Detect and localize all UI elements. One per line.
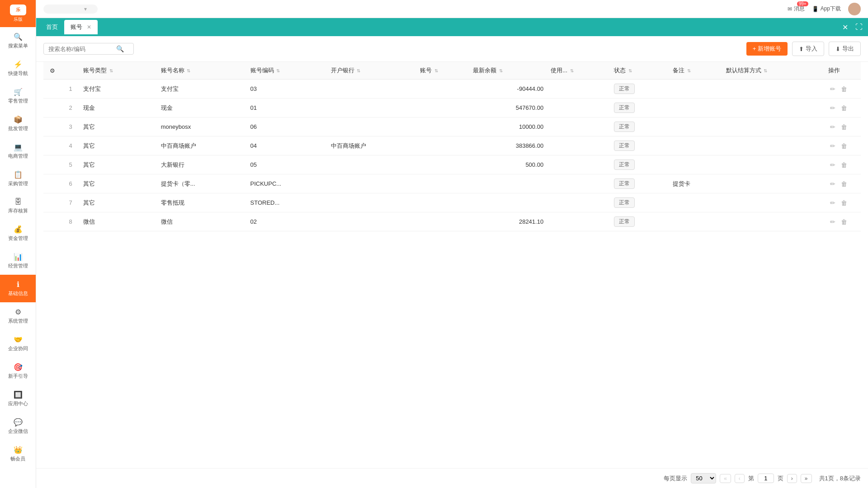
sidebar-item-purchase[interactable]: 📋 采购管理 <box>0 165 36 192</box>
sidebar-item-wechat[interactable]: 💬 企业微信 <box>0 413 36 440</box>
search-input[interactable] <box>48 46 116 52</box>
import-button[interactable]: ⬆ 导入 <box>792 42 824 56</box>
prev-page-button[interactable]: ‹ <box>735 474 745 483</box>
sidebar-item-retail[interactable]: 🛒 零售管理 <box>0 82 36 110</box>
row-remark <box>669 155 722 174</box>
row-bank <box>327 99 417 117</box>
sidebar-item-app-center[interactable]: 🔲 应用中心 <box>0 385 36 413</box>
col-settings[interactable]: ⚙ <box>43 62 61 80</box>
sidebar-item-basic-info[interactable]: ℹ 基础信息 <box>0 275 36 302</box>
row-actions: ✏ 🗑 <box>825 117 861 136</box>
tab-close-all-button[interactable]: ✕ <box>840 21 850 33</box>
page-input[interactable] <box>758 474 774 483</box>
col-type[interactable]: 账号类型 ⇅ <box>80 62 157 80</box>
col-code[interactable]: 账号编码 ⇅ <box>247 62 327 80</box>
col-usage[interactable]: 使用... ⇅ <box>547 62 610 80</box>
top-search[interactable]: ▾ <box>43 5 98 14</box>
delete-button[interactable]: 🗑 <box>839 179 849 188</box>
user-avatar[interactable] <box>848 3 861 15</box>
row-type: 其它 <box>80 193 157 212</box>
sidebar-item-search-menu[interactable]: 🔍 搜索菜单 <box>0 27 36 55</box>
row-account <box>416 117 469 136</box>
basic-info-icon: ℹ <box>17 280 19 289</box>
sidebar-item-label: 电商管理 <box>8 153 28 160</box>
sidebar: 乐 乐版 🔍 搜索菜单 ⚡ 快捷导航 🛒 零售管理 📦 批发管理 💻 电商管理 … <box>0 0 36 488</box>
delete-button[interactable]: 🗑 <box>839 84 849 94</box>
sidebar-item-operations[interactable]: 📊 经营管理 <box>0 247 36 275</box>
delete-button[interactable]: 🗑 <box>839 198 849 207</box>
delete-button[interactable]: 🗑 <box>839 217 849 226</box>
delete-button[interactable]: 🗑 <box>839 103 849 113</box>
col-remark[interactable]: 备注 ⇅ <box>669 62 722 80</box>
search-box[interactable]: 🔍 <box>43 43 134 55</box>
sidebar-item-wholesale[interactable]: 📦 批发管理 <box>0 110 36 137</box>
app-download-button[interactable]: 📱 App下载 <box>812 5 841 13</box>
row-actions: ✏ 🗑 <box>825 99 861 117</box>
edit-button[interactable]: ✏ <box>828 160 837 169</box>
message-button[interactable]: ✉ 消息 99+ <box>788 5 805 13</box>
sort-icon-remark: ⇅ <box>687 68 691 73</box>
col-account[interactable]: 账号 ⇅ <box>416 62 469 80</box>
tab-home[interactable]: 首页 <box>40 20 64 34</box>
sidebar-item-system[interactable]: ⚙ 系统管理 <box>0 302 36 330</box>
row-type: 微信 <box>80 212 157 231</box>
row-settings <box>43 136 61 155</box>
sidebar-item-finance[interactable]: 💰 资金管理 <box>0 220 36 247</box>
edit-button[interactable]: ✏ <box>828 179 837 188</box>
accounts-tab-label: 账号 <box>71 23 82 31</box>
row-name: 大新银行 <box>157 155 247 174</box>
col-name[interactable]: 账号名称 ⇅ <box>157 62 247 80</box>
edit-button[interactable]: ✏ <box>828 84 837 94</box>
row-usage <box>547 99 610 117</box>
sort-icon-code: ⇅ <box>276 68 280 73</box>
col-status[interactable]: 状态 ⇅ <box>610 62 669 80</box>
row-type: 其它 <box>80 136 157 155</box>
row-name: 微信 <box>157 212 247 231</box>
tab-expand-button[interactable]: ⛶ <box>854 21 864 33</box>
tab-close-icon[interactable]: ✕ <box>87 24 91 30</box>
edit-button[interactable]: ✏ <box>828 103 837 113</box>
sidebar-item-quick-nav[interactable]: ⚡ 快捷导航 <box>0 55 36 82</box>
edit-button[interactable]: ✏ <box>828 217 837 226</box>
row-index: 5 <box>61 155 80 174</box>
edit-button[interactable]: ✏ <box>828 198 837 207</box>
delete-button[interactable]: 🗑 <box>839 141 849 150</box>
row-index: 6 <box>61 174 80 193</box>
edit-button[interactable]: ✏ <box>828 122 837 131</box>
row-index: 8 <box>61 212 80 231</box>
edit-button[interactable]: ✏ <box>828 141 837 150</box>
sidebar-item-cooperation[interactable]: 🤝 企业协同 <box>0 330 36 357</box>
top-search-input[interactable] <box>48 6 84 12</box>
content-area: 🔍 + 新增账号 ⬆ 导入 ⬇ 导出 ⚙ <box>36 36 868 488</box>
sidebar-item-label: 搜索菜单 <box>8 42 28 49</box>
app-download-label: App下载 <box>821 5 841 13</box>
row-remark <box>669 212 722 231</box>
per-page-label: 每页显示 <box>664 474 687 483</box>
row-bank <box>327 117 417 136</box>
wholesale-icon: 📦 <box>14 115 23 124</box>
page-size-select[interactable]: 50 20 100 <box>691 473 716 483</box>
col-bank[interactable]: 开户银行 ⇅ <box>327 62 417 80</box>
next-page-button[interactable]: › <box>787 474 797 483</box>
row-usage <box>547 212 610 231</box>
tab-accounts[interactable]: 账号 ✕ <box>64 20 98 34</box>
row-usage <box>547 136 610 155</box>
table-row: 7 其它 零售抵现 STORED... 正常 ✏ 🗑 <box>43 193 861 212</box>
delete-button[interactable]: 🗑 <box>839 160 849 169</box>
col-balance[interactable]: 最新余额 ⇅ <box>469 62 547 80</box>
sidebar-item-inventory[interactable]: 🗄 库存核算 <box>0 192 36 220</box>
sidebar-item-guide[interactable]: 🎯 新手引导 <box>0 357 36 385</box>
sidebar-item-member[interactable]: 👑 畅会员 <box>0 440 36 468</box>
add-account-button[interactable]: + 新增账号 <box>746 42 788 56</box>
delete-button[interactable]: 🗑 <box>839 122 849 131</box>
top-bar-right: ✉ 消息 99+ 📱 App下载 <box>788 3 861 15</box>
last-page-button[interactable]: » <box>801 474 812 483</box>
first-page-button[interactable]: « <box>720 474 731 483</box>
col-default-settlement[interactable]: 默认结算方式 ⇅ <box>722 62 825 80</box>
search-menu-icon: 🔍 <box>14 33 23 41</box>
row-name: 中百商场账户 <box>157 136 247 155</box>
export-button[interactable]: ⬇ 导出 <box>829 42 861 56</box>
sidebar-item-ecommerce[interactable]: 💻 电商管理 <box>0 137 36 165</box>
table-row: 5 其它 大新银行 05 500.00 正常 ✏ 🗑 <box>43 155 861 174</box>
row-default-settlement <box>722 155 825 174</box>
